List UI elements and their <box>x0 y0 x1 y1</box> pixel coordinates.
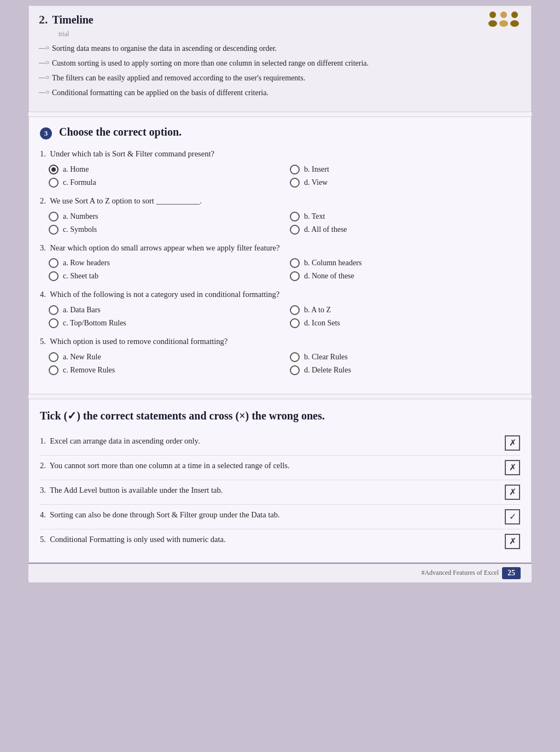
bullet-1: Sorting data means to organise the data … <box>39 43 521 54</box>
question-5-options: a. New Rule b. Clear Rules c. Remove Rul… <box>40 352 520 375</box>
tick-box-3[interactable]: ✗ <box>505 485 520 500</box>
option-1c-label: c. Formula <box>63 178 96 187</box>
question-5: 5. Which option is used to remove condit… <box>40 336 520 375</box>
tick-box-2[interactable]: ✗ <box>505 460 520 475</box>
radio-2c[interactable] <box>49 225 59 235</box>
question-5-text: 5. Which option is used to remove condit… <box>40 336 520 348</box>
radio-1b[interactable] <box>290 165 300 174</box>
timeline-number-icon: 2. <box>39 13 48 27</box>
question-3-text: 3. Near which option do small arrows app… <box>40 242 520 254</box>
option-5c[interactable]: c. Remove Rules <box>49 365 279 375</box>
bullet-3: The filters can be easily applied and re… <box>39 72 521 84</box>
svg-point-2 <box>500 11 507 18</box>
svg-point-3 <box>499 20 508 27</box>
option-2c[interactable]: c. Symbols <box>49 225 279 235</box>
option-3b-label: b. Column headers <box>304 259 361 267</box>
tick-question-3: 3. The Add Level button is available und… <box>40 480 520 505</box>
question-2: 2. We use Sort A to Z option to sort ___… <box>40 195 520 235</box>
question-2-options: a. Numbers b. Text c. Symbols d. All of … <box>40 212 520 235</box>
option-1d-label: d. View <box>304 178 328 187</box>
section-number-badge: 3 <box>40 127 52 139</box>
option-1d[interactable]: d. View <box>290 178 520 188</box>
option-3c-label: c. Sheet tab <box>63 272 98 281</box>
radio-1a[interactable] <box>49 165 59 174</box>
option-5a-label: a. New Rule <box>63 353 101 362</box>
radio-4c[interactable] <box>49 318 59 328</box>
radio-5d[interactable] <box>290 365 300 375</box>
tick-question-1: 1. Excel can arrange data in ascending o… <box>40 431 520 456</box>
option-4b[interactable]: b. A to Z <box>290 305 520 315</box>
option-4a-label: a. Data Bars <box>63 306 101 314</box>
radio-2a[interactable] <box>49 212 59 221</box>
option-4d[interactable]: d. Icon Sets <box>290 318 520 328</box>
option-4a[interactable]: a. Data Bars <box>49 305 279 315</box>
radio-3b[interactable] <box>290 258 300 268</box>
option-1a[interactable]: a. Home <box>49 165 279 174</box>
footer-text: #Advanced Features of Excel <box>421 569 499 577</box>
radio-2d[interactable] <box>290 225 300 235</box>
radio-3a[interactable] <box>49 258 59 268</box>
option-2a-label: a. Numbers <box>63 212 98 221</box>
svg-point-1 <box>488 20 497 27</box>
question-4: 4. Which of the following is not a categ… <box>40 289 520 328</box>
timeline-section: 2. Timeline trial Sorting data means to … <box>28 5 532 112</box>
footer: #Advanced Features of Excel 25 <box>28 563 532 582</box>
option-2d-label: d. All of these <box>304 225 347 234</box>
radio-4a[interactable] <box>49 305 59 315</box>
option-5d[interactable]: d. Delete Rules <box>290 365 520 375</box>
radio-5b[interactable] <box>290 352 300 362</box>
option-1b-label: b. Insert <box>304 165 329 174</box>
choose-section: 3 Choose the correct option. 1. Under wh… <box>28 116 532 394</box>
option-3a[interactable]: a. Row headers <box>49 258 279 268</box>
option-4b-label: b. A to Z <box>304 306 331 314</box>
question-1-options: a. Home b. Insert c. Formula d. View <box>40 165 520 188</box>
question-4-text: 4. Which of the following is not a categ… <box>40 289 520 301</box>
option-3d-label: d. None of these <box>304 272 354 281</box>
option-3b[interactable]: b. Column headers <box>290 258 520 268</box>
option-5b[interactable]: b. Clear Rules <box>290 352 520 362</box>
question-3: 3. Near which option do small arrows app… <box>40 242 520 282</box>
svg-point-0 <box>489 11 496 18</box>
radio-2b[interactable] <box>290 212 300 221</box>
question-1-text: 1. Under which tab is Sort & Filter comm… <box>40 148 520 160</box>
option-3d[interactable]: d. None of these <box>290 271 520 281</box>
radio-3d[interactable] <box>290 271 300 281</box>
tick-question-4-text: 4. Sorting can also be done through Sort… <box>40 509 280 521</box>
question-3-options: a. Row headers b. Column headers c. Shee… <box>40 258 520 281</box>
option-1c[interactable]: c. Formula <box>49 178 279 188</box>
radio-3c[interactable] <box>49 271 59 281</box>
timeline-person-icons <box>487 10 520 27</box>
option-4c[interactable]: c. Top/Bottom Rules <box>49 318 279 328</box>
radio-4d[interactable] <box>290 318 300 328</box>
option-2b[interactable]: b. Text <box>290 212 520 221</box>
tick-question-4: 4. Sorting can also be done through Sort… <box>40 505 520 529</box>
option-2b-label: b. Text <box>304 212 325 221</box>
option-2d[interactable]: d. All of these <box>290 225 520 235</box>
page-number-badge: 25 <box>502 567 521 579</box>
timeline-header: 2. Timeline <box>39 13 521 27</box>
bullet-4: Conditional formatting can be applied on… <box>39 87 521 98</box>
tick-heading: Tick (✓) the correct statements and cros… <box>40 408 520 423</box>
option-5b-label: b. Clear Rules <box>304 353 348 362</box>
tick-question-2: 2. You cannot sort more than one column … <box>40 456 520 480</box>
option-3c[interactable]: c. Sheet tab <box>49 271 279 281</box>
radio-5a[interactable] <box>49 352 59 362</box>
radio-1d[interactable] <box>290 178 300 188</box>
option-2a[interactable]: a. Numbers <box>49 212 279 221</box>
tick-box-5[interactable]: ✗ <box>505 534 520 549</box>
tick-box-1[interactable]: ✗ <box>505 435 520 451</box>
option-1b[interactable]: b. Insert <box>290 165 520 174</box>
option-4d-label: d. Icon Sets <box>304 319 340 328</box>
tick-question-2-text: 2. You cannot sort more than one column … <box>40 460 290 472</box>
tick-box-4[interactable]: ✓ <box>505 509 520 524</box>
choose-heading: 3 Choose the correct option. <box>40 126 520 139</box>
radio-4b[interactable] <box>290 305 300 315</box>
radio-1c[interactable] <box>49 178 59 188</box>
option-5a[interactable]: a. New Rule <box>49 352 279 362</box>
option-5d-label: d. Delete Rules <box>304 366 351 375</box>
radio-5c[interactable] <box>49 365 59 375</box>
option-1a-label: a. Home <box>63 165 89 174</box>
question-2-text: 2. We use Sort A to Z option to sort ___… <box>40 195 520 207</box>
tick-question-1-text: 1. Excel can arrange data in ascending o… <box>40 435 200 447</box>
tick-question-5-text: 5. Conditional Formatting is only used w… <box>40 534 226 546</box>
